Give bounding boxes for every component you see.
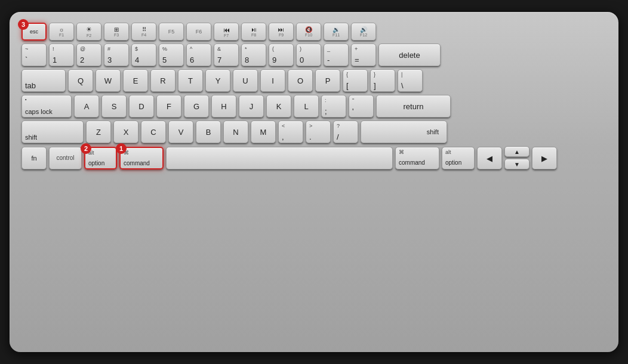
f10-key[interactable]: 🔇 F10 xyxy=(296,23,321,41)
f1-key[interactable]: ☼ F1 xyxy=(49,23,74,41)
zxcv-row: shift Z X C V B N M < , > . ? / shift xyxy=(21,121,607,143)
command-left-key[interactable]: 1 ⌘ command xyxy=(119,147,164,169)
semicolon-key[interactable]: : ; xyxy=(321,95,346,118)
equals-key[interactable]: + = xyxy=(351,44,376,66)
7-key[interactable]: & 7 xyxy=(214,44,239,66)
o-key[interactable]: O xyxy=(288,69,313,92)
q-key[interactable]: Q xyxy=(68,69,93,92)
f9-key[interactable]: ⏭ F9 xyxy=(269,23,294,41)
bottom-row: fn control 2 alt option 1 ⌘ command ⌘ co… xyxy=(21,146,607,169)
asdf-row: • caps lock A S D F G H J K L : ; " ' re… xyxy=(21,95,607,118)
f8-key[interactable]: ⏯ F8 xyxy=(241,23,266,41)
f6-key[interactable]: F6 xyxy=(186,23,211,41)
b-key[interactable]: B xyxy=(196,121,221,143)
0-key[interactable]: ) 0 xyxy=(296,44,321,66)
f3-key[interactable]: ⊞ F3 xyxy=(104,23,129,41)
4-key[interactable]: $ 4 xyxy=(131,44,156,66)
f2-key[interactable]: ☀ F2 xyxy=(76,23,101,41)
comma-key[interactable]: < , xyxy=(278,121,303,143)
c-key[interactable]: C xyxy=(141,121,166,143)
period-key[interactable]: > . xyxy=(306,121,331,143)
command-right-key[interactable]: ⌘ command xyxy=(395,147,439,169)
rbracket-key[interactable]: } ] xyxy=(370,69,395,92)
f-key[interactable]: F xyxy=(156,95,181,118)
f5-key[interactable]: F5 xyxy=(159,23,184,41)
delete-key[interactable]: delete xyxy=(378,44,441,66)
minus-key[interactable]: _ - xyxy=(324,44,349,66)
3-key[interactable]: # 3 xyxy=(104,44,129,66)
arrow-right-key[interactable]: ▶ xyxy=(532,147,557,169)
esc-key[interactable]: 3 esc xyxy=(21,23,47,41)
control-key[interactable]: control xyxy=(49,147,82,169)
8-key[interactable]: * 8 xyxy=(241,44,266,66)
tilde-key[interactable]: ~ ` xyxy=(21,44,47,66)
1-key[interactable]: ! 1 xyxy=(49,44,74,66)
quote-key[interactable]: " ' xyxy=(349,95,374,118)
capslock-key[interactable]: • caps lock xyxy=(21,95,72,118)
backslash-key[interactable]: | \ xyxy=(398,69,423,92)
shift-left-key[interactable]: shift xyxy=(21,121,84,143)
5-key[interactable]: % 5 xyxy=(159,44,184,66)
esc-badge: 3 xyxy=(18,19,29,30)
l-key[interactable]: L xyxy=(294,95,319,118)
fn-key[interactable]: fn xyxy=(21,147,47,169)
arrow-up-key[interactable]: ▲ xyxy=(504,146,530,157)
a-key[interactable]: A xyxy=(74,95,99,118)
u-key[interactable]: U xyxy=(233,69,258,92)
d-key[interactable]: D xyxy=(129,95,154,118)
h-key[interactable]: H xyxy=(211,95,236,118)
t-key[interactable]: T xyxy=(178,69,203,92)
arrow-down-key[interactable]: ▼ xyxy=(504,159,530,169)
f11-key[interactable]: 🔉 F11 xyxy=(324,23,349,41)
s-key[interactable]: S xyxy=(101,95,127,118)
g-key[interactable]: G xyxy=(184,95,209,118)
option-left-key[interactable]: 2 alt option xyxy=(84,147,117,169)
f4-key[interactable]: ⠿ F4 xyxy=(131,23,156,41)
tab-key[interactable]: tab xyxy=(21,69,66,92)
f7-key[interactable]: ⏮ F7 xyxy=(214,23,239,41)
v-key[interactable]: V xyxy=(168,121,193,143)
j-key[interactable]: J xyxy=(239,95,264,118)
z-key[interactable]: Z xyxy=(86,121,111,143)
number-row: ~ ` ! 1 @ 2 # 3 $ 4 % 5 ^ 6 & 7 xyxy=(21,44,607,66)
qwerty-row: tab Q W E R T Y U I O P { [ } ] | \ xyxy=(21,69,607,92)
shift-right-key[interactable]: shift xyxy=(361,121,447,143)
e-key[interactable]: E xyxy=(123,69,148,92)
esc-label: esc xyxy=(30,29,38,35)
option-right-key[interactable]: alt option xyxy=(442,147,475,169)
fn-row: 3 esc ☼ F1 ☀ F2 ⊞ F3 ⠿ F4 xyxy=(21,23,607,41)
r-key[interactable]: R xyxy=(150,69,176,92)
lbracket-key[interactable]: { [ xyxy=(343,69,368,92)
2-key[interactable]: @ 2 xyxy=(76,44,101,66)
i-key[interactable]: I xyxy=(260,69,285,92)
keyboard: 3 esc ☼ F1 ☀ F2 ⊞ F3 ⠿ F4 xyxy=(10,12,618,352)
m-key[interactable]: M xyxy=(251,121,276,143)
n-key[interactable]: N xyxy=(223,121,248,143)
6-key[interactable]: ^ 6 xyxy=(186,44,211,66)
k-key[interactable]: K xyxy=(266,95,291,118)
option-badge: 2 xyxy=(81,143,91,154)
y-key[interactable]: Y xyxy=(205,69,230,92)
slash-key[interactable]: ? / xyxy=(333,121,358,143)
w-key[interactable]: W xyxy=(96,69,121,92)
p-key[interactable]: P xyxy=(315,69,340,92)
arrow-left-key[interactable]: ◀ xyxy=(477,147,502,169)
command-badge: 1 xyxy=(116,143,127,154)
9-key[interactable]: ( 9 xyxy=(269,44,294,66)
return-key[interactable]: return xyxy=(376,95,451,118)
f12-key[interactable]: 🔊 F12 xyxy=(351,23,376,41)
x-key[interactable]: X xyxy=(113,121,138,143)
spacebar-key[interactable] xyxy=(166,147,393,169)
